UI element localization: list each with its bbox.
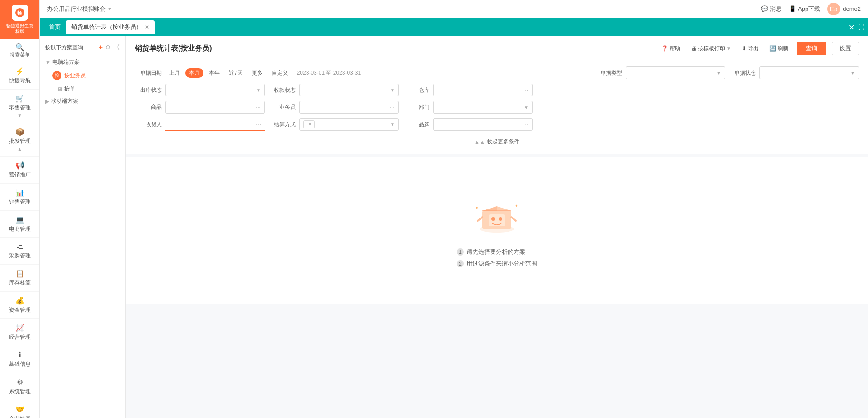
refresh-icon: 🔄 [769,45,776,52]
payment-tag-close-icon[interactable]: × [308,121,311,128]
sidebar-item-sales[interactable]: 📊 销售管理 [0,184,39,211]
sidebar-item-basic-info[interactable]: ℹ 基础信息 [0,346,39,373]
tab-maximize-btn[interactable]: ⛶ [858,24,864,31]
empty-tip-2: 2 用过滤条件来缩小分析范围 [457,260,537,268]
payment-select[interactable]: × ▼ [299,118,399,131]
query-button[interactable]: 查询 [797,42,826,55]
setting-button[interactable]: 设置 [832,42,859,55]
tip-num-2: 2 [457,260,464,267]
header-right: 💬 消息 📱 App下载 Ea demo2 [761,3,861,15]
date-tab-this-year[interactable]: 本年 [205,68,223,78]
app-download-icon: 📱 [789,5,796,12]
account-dropdown[interactable]: 办公用品行业模拟账套 ▼ [47,5,112,13]
panel-collapse-btn[interactable]: 《 [113,43,120,52]
filter-row-2: 出库状态 ▼ 收款状态 ▼ 仓库 ··· [135,84,859,96]
payment-arrow-icon: ▼ [390,122,395,127]
print-icon: 🖨 [691,45,697,52]
panel-header: 按以下方案查询 + ⊙ 《 [40,41,125,54]
mobile-group-arrow-icon: ▶ [45,98,49,104]
panel-edit-btn[interactable]: ⊙ [105,43,111,52]
message-btn[interactable]: 💬 消息 [761,5,782,13]
doc-status-arrow-icon: ▼ [850,71,855,76]
doc-type-label: 单据类型 [595,69,622,77]
tab-close-icon[interactable]: ✕ [145,24,149,30]
message-icon: 💬 [761,5,768,12]
svg-line-8 [478,217,482,221]
salesperson-select[interactable]: ··· [299,101,399,114]
refresh-btn[interactable]: 🔄 刷新 [767,43,791,54]
sidebar-item-collab[interactable]: 🤝 企业协同 [0,400,39,418]
svg-text:✦: ✦ [475,205,479,210]
export-btn[interactable]: ⬇ 导出 [739,43,761,54]
sidebar-item-retail[interactable]: 🛒 零售管理 ▼ [0,90,39,123]
date-tab-7days[interactable]: 近7天 [225,68,246,78]
export-icon: ⬇ [742,45,746,52]
warehouse-dots-icon: ··· [523,86,528,94]
sidebar-item-ecommerce[interactable]: 💻 电商管理 [0,211,39,238]
brand-dots-icon: ··· [523,121,528,128]
sidebar-item-inventory[interactable]: 📋 库存核算 [0,265,39,292]
date-tab-this-month[interactable]: 本月 [185,68,203,78]
basic-info-icon: ℹ [19,351,21,359]
date-label: 单据日期 [135,69,162,77]
warehouse-select[interactable]: ··· [433,84,533,96]
empty-tips: 1 请先选择要分析的方案 2 用过滤条件来缩小分析范围 [457,248,537,268]
sidebar-item-operations[interactable]: 📈 经营管理 [0,319,39,346]
app-download-btn[interactable]: 📱 App下载 [789,5,820,13]
receive-status-select[interactable]: ▼ [299,84,399,96]
desktop-plan-group: ▼ 电脑端方案 按 按业务员 ⊞ 按单 ▶ 移动端方案 [40,54,125,109]
sidebar-item-quick-nav[interactable]: ⚡ 快捷导航 [0,62,39,90]
sidebar-item-finance[interactable]: 💰 资金管理 [0,292,39,319]
date-filter-control: 上月 本月 本年 近7天 更多 自定义 2023-03-01 至 2023-03… [165,68,591,78]
tab-minimize-btn[interactable]: ✕ [849,23,854,32]
mobile-group-header[interactable]: ▶ 移动端方案 [40,95,125,107]
desktop-group-header[interactable]: ▼ 电脑端方案 [40,56,125,68]
page-title: 销货单统计表(按业务员) [135,44,212,59]
empty-state: ✦ ✦ 1 请先选择要分析的方案 2 用过滤条件来缩小分析范围 [126,166,868,295]
department-select[interactable]: ▼ [433,101,533,114]
doc-type-arrow-icon: ▼ [717,71,721,76]
user-profile-btn[interactable]: Ea demo2 [827,3,861,15]
collapse-arrow-icon: ▲▲ [474,139,485,145]
tab-home[interactable]: 首页 [43,20,66,34]
user-avatar: Ea [827,3,840,15]
plan-sub-item-by-order[interactable]: ⊞ 按单 [40,83,125,95]
sidebar-item-wholesale[interactable]: 📦 批发管理 ▲ [0,123,39,157]
tab-sales-stats[interactable]: 销货单统计表（按业务员） ✕ [66,20,155,34]
department-arrow-icon: ▼ [524,105,528,110]
brand-label: 品牌 [402,121,429,128]
salesperson-dots-icon: ··· [389,104,395,111]
date-tab-last-month[interactable]: 上月 [165,68,184,78]
sidebar: 畅 畅捷通好生意 标版 🔍 搜索菜单 ⚡ 快捷导航 🛒 零售管理 ▼ 📦 批发管… [0,0,40,418]
sidebar-item-purchase[interactable]: 🛍 采购管理 [0,238,39,265]
filter-row-4: 收货人 ··· 结算方式 × ▼ 品牌 ··· [135,118,859,131]
sub-item-icon: ⊞ [58,86,62,92]
date-tab-custom[interactable]: 自定义 [268,68,292,78]
app-logo[interactable]: 畅 畅捷通好生意 标版 [0,0,40,39]
plan-item-by-salesperson[interactable]: 按 按业务员 [40,68,125,83]
search-menu-item[interactable]: 🔍 搜索菜单 [0,39,39,62]
print-btn[interactable]: 🖨 按模板打印 ▼ [689,43,734,54]
date-tabs: 上月 本月 本年 近7天 更多 自定义 2023-03-01 至 2023-03… [165,68,361,78]
help-btn[interactable]: ❓ 帮助 [659,43,683,54]
sidebar-item-system[interactable]: ⚙ 系统管理 [0,373,39,400]
sidebar-item-marketing[interactable]: 📢 营销推广 [0,157,39,184]
consignee-input[interactable]: ··· [165,118,265,131]
logo-icon: 畅 [12,5,28,21]
collapse-filter-btn[interactable]: ▲▲ 收起更多条件 [135,135,859,148]
brand-select[interactable]: ··· [433,118,533,131]
panel-add-btn[interactable]: + [99,43,103,52]
svg-text:畅: 畅 [17,10,22,15]
help-icon: ❓ [661,45,668,52]
doc-type-select[interactable]: ▼ [626,66,725,79]
out-status-label: 出库状态 [135,86,162,94]
empty-tip-1: 1 请先选择要分析的方案 [457,248,537,256]
retail-icon: 🛒 [15,94,24,103]
doc-status-select[interactable]: ▼ [760,66,859,79]
right-content: 销货单统计表(按业务员) ❓ 帮助 🖨 按模板打印 ▼ ⬇ 导出 [126,36,868,418]
date-tab-more[interactable]: 更多 [248,68,266,78]
wholesale-icon: 📦 [15,128,24,136]
out-status-select[interactable]: ▼ [165,84,265,96]
consignee-label: 收货人 [135,121,162,128]
product-select[interactable]: ··· [165,101,265,114]
